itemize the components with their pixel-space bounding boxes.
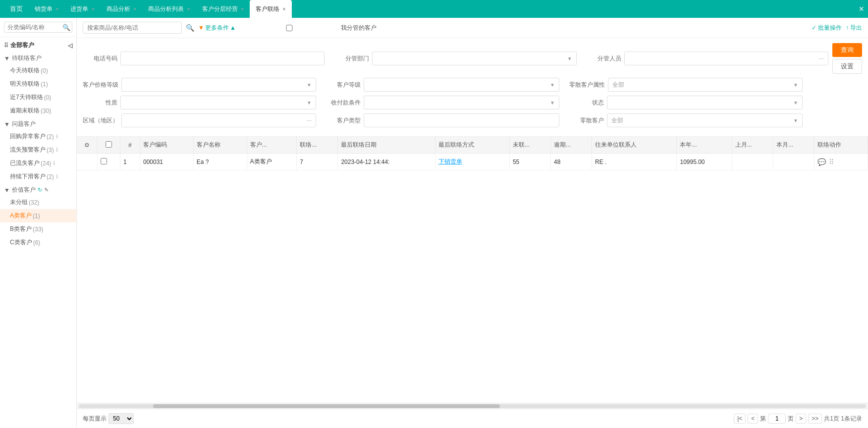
group-pending-contact[interactable]: ▼ 待联络客户 (0, 52, 76, 64)
col-last-method-header[interactable]: 最后联络方式 (435, 137, 509, 154)
payment-input[interactable]: ▼ (364, 96, 559, 109)
region-input[interactable]: ··· (121, 113, 316, 127)
col-contact-header[interactable]: 联络... (297, 137, 338, 154)
tab-customer-contact[interactable]: 客户联络 × (250, 0, 291, 18)
filter-region: 区域（地区） ··· (83, 113, 316, 127)
sidebar-item-churn-warning[interactable]: 流失预警客户 (3) ℹ (0, 143, 76, 157)
col-type-header[interactable]: 客户... (247, 137, 297, 154)
retail-customer-label: 零散客户 (569, 116, 604, 125)
per-page-select[interactable]: 50 100 200 (108, 413, 134, 424)
col-last-month-header[interactable]: 上月... (732, 137, 773, 154)
horizontal-scrollbar[interactable] (77, 403, 868, 409)
info-icon1: ℹ (56, 133, 58, 140)
col-overdue-header[interactable]: 逾期... (550, 137, 592, 154)
chat-action-icon[interactable]: 💬 (817, 158, 826, 166)
col-last-date-header[interactable]: 最后联络日期 (338, 137, 435, 154)
group-problem-customers[interactable]: ▼ 问题客户 (0, 117, 76, 130)
row-checkbox[interactable] (101, 158, 107, 164)
close-window[interactable]: × (859, 4, 864, 14)
col-this-month-header[interactable]: 本月... (773, 137, 814, 154)
close-tab-analysis[interactable]: × (133, 6, 136, 12)
close-tab-customer-tier[interactable]: × (241, 6, 244, 12)
filter-row-2: 客户价格等级 ▼ 客户等级 ▼ 零散客户属性 (83, 78, 862, 92)
edit-icon[interactable]: ✎ (44, 187, 49, 193)
sidebar-item-no-group[interactable]: 未分组 (32) (0, 196, 76, 209)
row-code-cell: 000031 (140, 154, 193, 170)
page-input[interactable] (768, 414, 786, 424)
retail-customer-input[interactable]: 全部 ▼ (607, 113, 803, 127)
tab-analysis-list[interactable]: 商品分析列表 × (142, 0, 196, 18)
row-year-amount-cell: 10995.00 (677, 154, 732, 170)
close-tab-purchase[interactable]: × (91, 6, 94, 12)
export-btn[interactable]: ↑ 导出 (846, 24, 862, 32)
customer-type-input[interactable] (364, 113, 559, 127)
close-tab-customer-contact[interactable]: × (282, 6, 285, 12)
settings-btn[interactable]: 设置 (832, 59, 862, 74)
sidebar-all-customers[interactable]: ⠿ 全部客户 ◁ (0, 37, 76, 52)
col-checkbox-header[interactable] (98, 137, 120, 154)
status-label: 状态 (569, 99, 604, 107)
sidebar-item-today-contact[interactable]: 今天待联络 (0) (0, 64, 76, 77)
next-page-btn[interactable]: > (796, 414, 806, 424)
my-customers-checkbox[interactable]: 我分管的客户 (240, 24, 377, 32)
tab-sales[interactable]: 销货单 × (29, 0, 64, 18)
sidebar-item-class-b[interactable]: B类客户 (33) (0, 222, 76, 236)
scrollbar-track[interactable] (79, 404, 866, 408)
sidebar-item-churned[interactable]: 已流失客户 (24) ℹ (0, 157, 76, 170)
payment-label: 收付款条件 (326, 99, 361, 107)
group-value-customers[interactable]: ▼ 价值客户 ↻ ✎ (0, 183, 76, 196)
batch-op-btn[interactable]: ✓ 批量操作 (812, 24, 842, 32)
last-method-link[interactable]: 下销货单 (438, 158, 462, 165)
col-year-amount-header[interactable]: 本年... (677, 137, 732, 154)
col-not-contact-header[interactable]: 未联... (509, 137, 550, 154)
col-gear[interactable]: ⚙ (77, 137, 98, 154)
filter-nature: 性质 ▼ (83, 96, 316, 109)
search-input[interactable] (83, 22, 182, 34)
last-page-btn[interactable]: >> (808, 414, 822, 424)
close-tab-analysis-list[interactable]: × (187, 6, 190, 12)
sidebar-search-icon[interactable]: 🔍 (62, 24, 70, 31)
first-page-btn[interactable]: |< (734, 414, 746, 424)
dept-input[interactable]: ▼ (372, 52, 576, 65)
tab-customer-tier[interactable]: 客户分层经营 × (196, 0, 250, 18)
more-filters-btn[interactable]: ▼ 更多条件 ▲ (198, 24, 236, 32)
prev-page-btn[interactable]: < (748, 414, 758, 424)
scrollbar-thumb[interactable] (153, 404, 500, 408)
col-liaison-header[interactable]: 往来单位联系人 (592, 137, 677, 154)
filter-search-icon[interactable]: 🔍 (186, 24, 194, 32)
customer-grade-input[interactable]: ▼ (364, 78, 559, 92)
status-dropdown: ▼ (793, 100, 798, 106)
filter-status: 状态 ▼ (569, 96, 803, 109)
sidebar-item-overdue-contact[interactable]: 逾期未联络 (30) (0, 104, 76, 117)
qr-action-icon[interactable]: ⠿ (829, 158, 834, 166)
action-buttons: 查询 设置 (828, 43, 862, 74)
price-grade-input[interactable]: ▼ (121, 78, 316, 92)
tab-purchase[interactable]: 进货单 × (64, 0, 100, 18)
phone-input[interactable] (120, 52, 325, 65)
retail-attr-input[interactable]: 全部 ▼ (608, 78, 803, 92)
col-name-header[interactable]: 客户名称 (193, 137, 247, 154)
row-last-method-cell[interactable]: 下销货单 (435, 154, 509, 170)
nav-home[interactable]: 首页 (4, 4, 29, 13)
sidebar-item-declining[interactable]: 持续下滑客户 (2) ℹ (0, 170, 76, 183)
sidebar-item-abnormal-repurchase[interactable]: 回购异常客户 (2) ℹ (0, 130, 76, 143)
sidebar-item-class-a[interactable]: A类客户 (1) (0, 209, 76, 222)
refresh-icon[interactable]: ↻ (38, 187, 42, 193)
sidebar-item-class-c[interactable]: C类客户 (6) (0, 236, 76, 249)
row-checkbox-cell[interactable] (98, 154, 120, 170)
sidebar-item-week-contact[interactable]: 近7天待联络 (0) (0, 91, 76, 104)
my-customers-check[interactable] (240, 25, 339, 31)
manager-input[interactable]: ··· (624, 52, 828, 65)
status-input[interactable]: ▼ (607, 96, 803, 109)
tab-analysis[interactable]: 商品分析 × (101, 0, 142, 18)
select-all-checkbox[interactable] (106, 141, 112, 148)
sidebar-item-tomorrow-contact[interactable]: 明天待联络 (1) (0, 77, 76, 91)
col-code-header[interactable]: 客户编码 (140, 137, 193, 154)
manager-dots-icon: ··· (819, 55, 824, 62)
query-btn[interactable]: 查询 (832, 43, 862, 57)
nature-input[interactable]: ▼ (120, 96, 316, 109)
collapse-icon[interactable]: ◁ (68, 42, 72, 49)
close-tab-sales[interactable]: × (55, 6, 58, 12)
row-contact-cell: 7 (297, 154, 338, 170)
gear-icon[interactable]: ⚙ (84, 142, 90, 149)
